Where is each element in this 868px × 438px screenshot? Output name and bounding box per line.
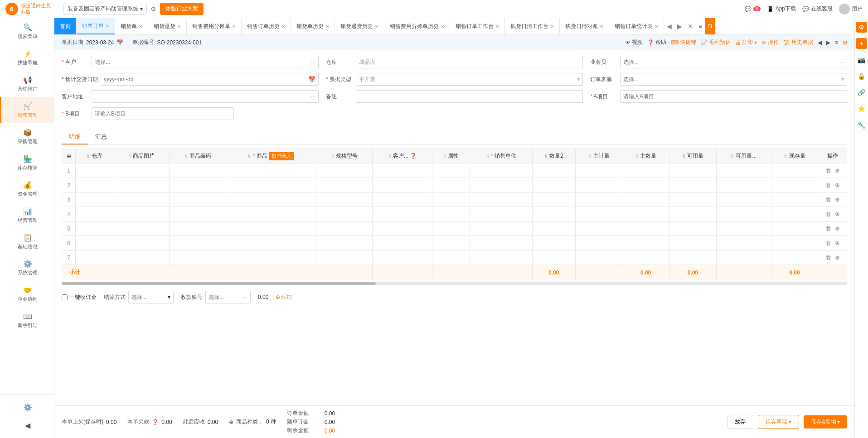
- invoice-type-select-wrap[interactable]: ▾: [356, 73, 583, 86]
- col-attributes[interactable]: ⇅ 属性: [432, 149, 470, 164]
- tab-sales-order-hist[interactable]: 销售订单历史 ✕: [242, 18, 291, 34]
- tab-sales-refund[interactable]: 销货退货 ✕: [148, 18, 187, 34]
- customer-addr-ellipsis[interactable]: ···: [311, 93, 315, 100]
- a-project-input[interactable]: [623, 93, 844, 100]
- view-action[interactable]: 👁 视频: [625, 39, 643, 46]
- tab-expand-btn[interactable]: ⊡: [705, 18, 715, 34]
- salesman-ellipsis[interactable]: ···: [839, 59, 844, 65]
- save-draft-btn[interactable]: 保存草稿 ▾: [758, 415, 799, 429]
- sidebar-item-guide[interactable]: 📖 新手引导: [0, 307, 54, 333]
- sidebar-item-quick-nav[interactable]: ⚡ 快捷导航: [0, 44, 54, 71]
- tab-close-sales-return-hist[interactable]: ✕: [325, 24, 329, 29]
- tab-sales-workbench[interactable]: 销售订单工作台 ✕: [450, 18, 505, 34]
- sidebar-item-finance[interactable]: 💰 资金管理: [0, 176, 54, 202]
- tab-sales-order[interactable]: 销售订单 ✕: [77, 18, 115, 34]
- row-delete-btn[interactable]: 🗑: [824, 181, 832, 189]
- bank-account-input[interactable]: [209, 294, 241, 300]
- next-record-btn[interactable]: ▶: [826, 39, 830, 46]
- tab-sales-cost[interactable]: 销售费用分摊单 ✕: [187, 18, 242, 34]
- right-icon-settings[interactable]: ⚙: [856, 22, 867, 33]
- tab-sales-return-hist[interactable]: 销货单历史 ✕: [291, 18, 335, 34]
- col-customer-code[interactable]: ⇅ 客户... ❓: [372, 149, 432, 164]
- tab-close-sales-return[interactable]: ✕: [139, 24, 142, 29]
- remark-input-wrap[interactable]: [356, 90, 583, 103]
- delivery-date-input[interactable]: [104, 76, 306, 82]
- right-icon-tool[interactable]: 🔧: [856, 120, 867, 130]
- tab-sales-cost-hist[interactable]: 销售费用分摊单历史 ✕: [384, 18, 450, 34]
- sidebar-settings[interactable]: ⚙️: [0, 398, 54, 416]
- sidebar-item-operations[interactable]: 📊 经营管理: [0, 202, 54, 228]
- tab-home[interactable]: 首页: [54, 18, 77, 34]
- sidebar-item-inventory[interactable]: 🏪 库存核算: [0, 149, 54, 176]
- scan-btn[interactable]: 扫码录入: [269, 152, 294, 160]
- discard-btn[interactable]: 放弃: [727, 415, 753, 429]
- tab-cash-daily[interactable]: 钱货日清工作台 ✕: [505, 18, 560, 34]
- row-copy-btn[interactable]: ⊕: [834, 181, 841, 189]
- prev-record-btn[interactable]: ◀: [818, 39, 822, 46]
- sidebar-collapse[interactable]: ◀: [0, 416, 54, 434]
- right-icon-camera[interactable]: 📷: [856, 54, 867, 65]
- col-handle[interactable]: ⊕: [62, 149, 76, 164]
- remark-input[interactable]: [359, 93, 580, 100]
- tab-close-sales-refund-hist[interactable]: ✕: [375, 24, 378, 29]
- right-icon-link[interactable]: 🔗: [856, 87, 867, 98]
- row-delete-btn[interactable]: 🗑: [824, 210, 832, 218]
- customer-ellipsis[interactable]: ···: [311, 59, 315, 65]
- customer-addr-input[interactable]: [95, 93, 309, 100]
- add-row-btn[interactable]: ⊕ 添加: [276, 294, 292, 301]
- order-source-dropdown[interactable]: ▾: [841, 76, 844, 82]
- tab-close-sales-cost-hist[interactable]: ✕: [441, 24, 444, 29]
- payment-method-input[interactable]: [131, 294, 166, 300]
- customer-addr-input-wrap[interactable]: ···: [92, 90, 319, 103]
- sidebar-item-purchase[interactable]: 📦 采购管理: [0, 123, 54, 149]
- col-stock[interactable]: ⇅ 现存量: [771, 149, 818, 164]
- customer-input[interactable]: [95, 59, 309, 65]
- operate-action[interactable]: ⚙ 操作: [761, 39, 779, 46]
- col-spec[interactable]: ⇅ 规格型号: [316, 149, 372, 164]
- tab-prev-btn[interactable]: ◀: [664, 18, 674, 34]
- tab-cash-reconcile[interactable]: 钱货日清对账 ✕: [560, 18, 609, 34]
- row-delete-btn[interactable]: 🗑: [824, 166, 832, 175]
- sidebar-item-search[interactable]: 🔍 搜索菜单: [0, 18, 54, 44]
- row-delete-btn[interactable]: 🗑: [824, 239, 832, 247]
- sidebar-item-sales[interactable]: 🛒 销售管理: [0, 97, 54, 123]
- row-copy-btn[interactable]: ⊕: [834, 166, 841, 175]
- tab-close-sales-refund[interactable]: ✕: [177, 24, 181, 29]
- a-project-input-wrap[interactable]: [620, 90, 847, 103]
- tab-sales-refund-hist[interactable]: 销货退货历史 ✕: [335, 18, 384, 34]
- quick-deposit-checkbox[interactable]: 一键收订金: [62, 294, 97, 301]
- table-scrollbar[interactable]: [62, 282, 847, 285]
- row-copy-btn[interactable]: ⊕: [834, 224, 841, 233]
- profit-action[interactable]: 📈 毛利预估: [701, 39, 731, 46]
- order-source-input[interactable]: [623, 76, 839, 82]
- warehouse-ellipsis[interactable]: ···: [575, 59, 580, 65]
- table-scrollbar-thumb[interactable]: [62, 282, 376, 285]
- warehouse-input-wrap[interactable]: ···: [356, 56, 583, 68]
- tab-close-cash-daily[interactable]: ✕: [550, 24, 554, 29]
- bank-account-select[interactable]: ···: [205, 291, 251, 303]
- invoice-type-input[interactable]: [359, 76, 575, 82]
- history-action[interactable]: 📜 历史单据: [783, 39, 813, 46]
- right-icon-star[interactable]: ⭐: [856, 103, 867, 114]
- col-sales-unit[interactable]: ⇅ * 销售单位: [470, 149, 532, 164]
- detail-tab-summary[interactable]: 汇总: [88, 130, 114, 144]
- row-delete-btn[interactable]: 🗑: [824, 224, 832, 233]
- col-main-qty[interactable]: ⇅ 主数量: [622, 149, 669, 164]
- system-selector[interactable]: 装备及固定资产辅助管理系统 ▾: [63, 3, 147, 15]
- right-icon-add[interactable]: +: [856, 38, 867, 49]
- row-delete-btn[interactable]: 🗑: [824, 195, 832, 204]
- sidebar-item-cooperation[interactable]: 🤝 企业协同: [0, 281, 54, 307]
- salesman-input[interactable]: [623, 59, 838, 65]
- col-available[interactable]: ⇅ 可用量: [669, 149, 716, 164]
- delivery-calendar-icon[interactable]: 📅: [308, 76, 315, 83]
- quick-deposit-check[interactable]: [62, 294, 68, 300]
- tab-close-sales-cost[interactable]: ✕: [232, 24, 236, 29]
- b-project-input-wrap[interactable]: [92, 107, 234, 120]
- tab-close-sales-workbench[interactable]: ✕: [495, 24, 499, 29]
- save-new-btn[interactable]: 保存&新增 ▾: [804, 415, 847, 428]
- warehouse-input[interactable]: [359, 59, 573, 65]
- col-available2[interactable]: ⇅ 可用量...: [716, 149, 771, 164]
- delivery-date-input-wrap[interactable]: 📅: [101, 73, 319, 86]
- right-icon-lock[interactable]: 🔒: [856, 71, 867, 82]
- tab-menu-btn[interactable]: ≡: [696, 18, 705, 34]
